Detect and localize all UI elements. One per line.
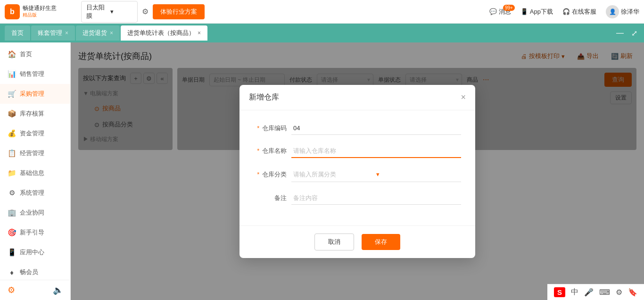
sidebar-vip-label: 畅会员 xyxy=(20,268,38,276)
sidebar-item-system[interactable]: ⚙ 系统管理 xyxy=(0,183,70,203)
keyboard-icon[interactable]: ⌨ xyxy=(599,288,610,297)
sidebar-item-basic-info[interactable]: 📁 基础信息 xyxy=(0,163,70,183)
tab-bar: 首页 账套管理 × 进货退货 × 进货单统计表（按商品） × — ⤢ xyxy=(0,24,644,42)
sidebar-apps-label: 应用中心 xyxy=(20,248,44,257)
tab-accounts-label: 账套管理 xyxy=(38,29,62,37)
tab-accounts[interactable]: 账套管理 × xyxy=(31,25,75,41)
inventory-icon: 📦 xyxy=(8,109,16,118)
modal-overlay: 新增仓库 × * 仓库编码 * xyxy=(71,42,644,300)
sidebar-item-home[interactable]: 🏠 首页 xyxy=(0,44,70,64)
settings-bottom-icon[interactable]: ⚙ xyxy=(8,285,15,295)
logo-area: b 畅捷通好生意 精品版 xyxy=(5,4,75,19)
warehouse-code-input[interactable] xyxy=(291,122,461,135)
sidebar-item-enterprise[interactable]: 🏢 企业协同 xyxy=(0,203,70,223)
status-bar: S 中 🎤 ⌨ ⚙ 🔖 xyxy=(547,284,644,300)
sidebar-finance-label: 资金管理 xyxy=(20,129,44,138)
message-icon: 💬 xyxy=(489,8,497,15)
cancel-button[interactable]: 取消 xyxy=(314,233,354,250)
sidebar-system-label: 系统管理 xyxy=(20,189,44,197)
experience-btn[interactable]: 体验行业方案 xyxy=(153,4,205,19)
store-dropdown-icon: ▾ xyxy=(110,8,132,15)
warehouse-name-input[interactable] xyxy=(291,144,461,158)
remark-label: 备注 xyxy=(254,194,291,202)
sidebar-inventory-label: 库存核算 xyxy=(20,109,44,118)
main-layout: 🏠 首页 📊 销售管理 🛒 采购管理 📦 库存核算 💰 资金管理 📋 经营管理 … xyxy=(0,42,644,300)
tab-home-label: 首页 xyxy=(11,29,24,37)
home-icon: 🏠 xyxy=(8,50,16,58)
sidebar-item-vip[interactable]: ♦ 畅会员 xyxy=(0,262,70,282)
tab-purchase-stats-close[interactable]: × xyxy=(198,30,201,36)
tab-purchase-stats-label: 进货单统计表（按商品） xyxy=(127,29,195,37)
category-dropdown-arrow: ▾ xyxy=(376,171,459,178)
sidebar-item-purchase[interactable]: 🛒 采购管理 xyxy=(0,84,70,104)
headset-icon: 🎧 xyxy=(562,8,570,15)
tab-home[interactable]: 首页 xyxy=(5,25,30,41)
sidebar-item-apps[interactable]: 📱 应用中心 xyxy=(0,242,70,262)
warehouse-remark-input[interactable] xyxy=(291,192,461,205)
sidebar-item-guide[interactable]: 🎯 新手引导 xyxy=(0,223,70,242)
tab-purchase-stats[interactable]: 进货单统计表（按商品） × xyxy=(121,25,207,41)
sidebar-item-finance[interactable]: 💰 资金管理 xyxy=(0,124,70,143)
microphone-icon[interactable]: 🎤 xyxy=(584,288,594,297)
tab-minimize-button[interactable]: — xyxy=(614,29,626,38)
dialog-title: 新增仓库 xyxy=(249,92,279,102)
vip-icon: ♦ xyxy=(8,268,16,276)
apps-icon: 📱 xyxy=(8,248,16,257)
phone-icon: 📱 xyxy=(520,8,528,15)
sidebar-item-inventory[interactable]: 📦 库存核算 xyxy=(0,104,70,124)
guide-icon: 🎯 xyxy=(8,228,16,237)
sidebar-sales-label: 销售管理 xyxy=(20,70,44,78)
logo-icon: b xyxy=(5,4,20,19)
logo-title: 畅捷通好生意 xyxy=(23,5,57,12)
top-navigation: b 畅捷通好生意 精品版 日太阳膜 ▾ ⚙ 体验行业方案 💬 消息 99+ 📱 … xyxy=(0,0,644,24)
tab-purchase-return[interactable]: 进货退货 × xyxy=(76,25,120,41)
tab-maximize-button[interactable]: ⤢ xyxy=(629,29,639,38)
online-service-action[interactable]: 🎧 在线客服 xyxy=(562,8,596,16)
messages-action[interactable]: 💬 消息 99+ xyxy=(489,8,511,16)
sidebar-item-management[interactable]: 📋 经营管理 xyxy=(0,143,70,163)
code-required-star: * xyxy=(257,125,259,132)
form-row-remark: 备注 xyxy=(254,192,461,205)
form-row-code: * 仓库编码 xyxy=(254,122,461,135)
volume-icon[interactable]: 🔈 xyxy=(53,285,63,295)
dialog-close-button[interactable]: × xyxy=(461,92,466,102)
tab-purchase-return-close[interactable]: × xyxy=(110,30,113,36)
category-required-star: * xyxy=(257,171,259,178)
basic-info-icon: 📁 xyxy=(8,169,16,177)
finance-icon: 💰 xyxy=(8,129,16,138)
save-button[interactable]: 保存 xyxy=(362,234,400,250)
store-selector[interactable]: 日太阳膜 ▾ xyxy=(81,1,138,23)
dialog-body: * 仓库编码 * 仓库名称 xyxy=(239,110,475,225)
messages-badge: 99+ xyxy=(503,5,515,11)
dialog-footer: 取消 保存 xyxy=(239,225,475,258)
sales-icon: 📊 xyxy=(8,70,16,78)
code-label: * 仓库编码 xyxy=(254,124,291,133)
tab-accounts-close[interactable]: × xyxy=(65,30,68,36)
new-warehouse-dialog: 新增仓库 × * 仓库编码 * xyxy=(239,85,475,258)
chinese-input-icon[interactable]: 中 xyxy=(571,287,578,297)
category-label: * 仓库分类 xyxy=(254,170,291,179)
system-icon: ⚙ xyxy=(8,189,16,197)
online-service-label: 在线客服 xyxy=(572,8,596,16)
form-row-category: * 仓库分类 请输入所属分类 ▾ xyxy=(254,167,461,182)
settings-status-icon[interactable]: ⚙ xyxy=(616,288,622,297)
sidebar-enterprise-label: 企业协同 xyxy=(20,208,44,217)
top-nav-right: 💬 消息 99+ 📱 App下载 🎧 在线客服 👤 徐泽华 xyxy=(489,5,639,18)
settings-gear-button[interactable]: ⚙ xyxy=(138,4,153,19)
username-label: 徐泽华 xyxy=(621,8,639,16)
bookmark-icon[interactable]: 🔖 xyxy=(628,288,637,297)
sidebar-home-label: 首页 xyxy=(20,50,32,58)
sidebar-item-sales[interactable]: 📊 销售管理 xyxy=(0,64,70,84)
s-logo: S xyxy=(554,287,565,297)
management-icon: 📋 xyxy=(8,149,16,158)
tab-purchase-return-label: 进货退货 xyxy=(83,29,107,37)
sidebar-basic-info-label: 基础信息 xyxy=(20,169,44,177)
warehouse-category-select[interactable]: 请输入所属分类 ▾ xyxy=(291,167,461,182)
form-row-name: * 仓库名称 xyxy=(254,144,461,158)
content-area: 进货单统计(按商品) 🖨 按模板打印 ▾ 📤 导出 🔄 刷新 xyxy=(71,42,644,300)
user-profile-action[interactable]: 👤 徐泽华 xyxy=(606,5,639,18)
app-download-action[interactable]: 📱 App下载 xyxy=(520,8,553,16)
category-placeholder: 请输入所属分类 xyxy=(293,170,376,179)
logo-sub: 精品版 xyxy=(23,12,57,18)
sidebar: 🏠 首页 📊 销售管理 🛒 采购管理 📦 库存核算 💰 资金管理 📋 经营管理 … xyxy=(0,42,71,300)
